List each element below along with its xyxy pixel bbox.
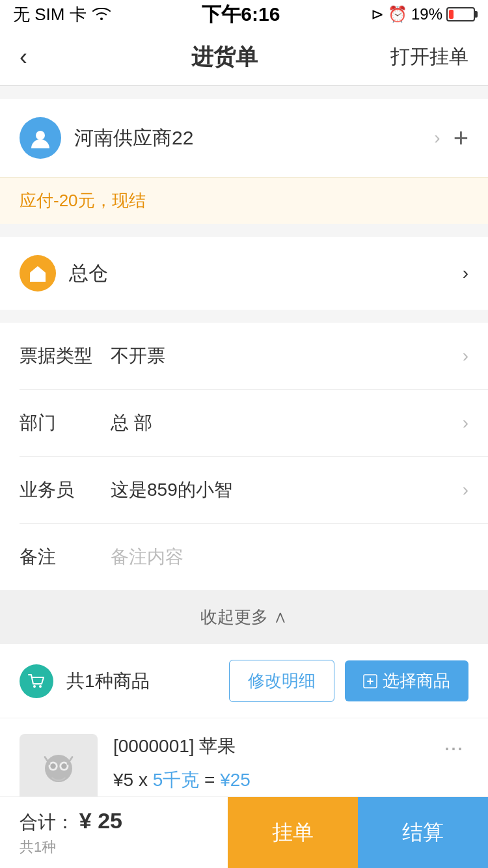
edit-detail-button[interactable]: 修改明细: [229, 660, 334, 702]
total-sub: 共1种: [20, 837, 208, 857]
product-price: ¥5 x 5千克 = ¥25: [113, 768, 439, 793]
remark-label: 备注: [20, 545, 111, 569]
status-time: 下午6:16: [202, 1, 280, 28]
select-product-button[interactable]: 选择商品: [345, 660, 468, 701]
invoice-row[interactable]: 票据类型 不开票 ›: [0, 323, 488, 389]
product-thumb-logo: [36, 750, 81, 796]
total-label: 合计：: [20, 812, 74, 832]
unit-price: ¥5 x: [113, 770, 153, 790]
svg-point-9: [61, 763, 66, 768]
warehouse-chevron-icon: ›: [463, 263, 468, 284]
battery-icon: [446, 7, 475, 21]
supplier-name: 河南供应商22: [74, 125, 434, 152]
warehouse-row[interactable]: 总仓 ›: [0, 237, 488, 310]
suspend-button[interactable]: 挂单: [228, 797, 358, 868]
invoice-value: 不开票: [111, 344, 463, 368]
dept-label: 部门: [20, 411, 111, 435]
dept-value: 总 部: [111, 411, 463, 435]
product-title: 苹果: [199, 736, 236, 756]
location-icon: ⊳: [371, 5, 384, 23]
status-bar: 无 SIM 卡 下午6:16 ⊳ ⏰ 19%: [0, 0, 488, 29]
back-button[interactable]: ‹: [20, 44, 59, 71]
battery-percent: 19%: [411, 5, 442, 23]
notice-bar: 应付-20元，现结: [0, 177, 488, 224]
invoice-label: 票据类型: [20, 344, 111, 368]
collapse-text: 收起更多 ∧: [200, 607, 287, 627]
svg-point-5: [45, 755, 72, 782]
select-product-label: 选择商品: [383, 670, 450, 692]
bottom-bar: 合计： ¥ 25 共1种 挂单 结算: [0, 796, 488, 868]
product-header: 共1种商品 修改明细 选择商品: [0, 644, 488, 718]
svg-point-8: [50, 763, 55, 768]
add-supplier-button[interactable]: +: [454, 125, 468, 151]
warehouse-section: 总仓 ›: [0, 237, 488, 310]
svg-point-2: [33, 685, 36, 688]
select-product-icon: [363, 674, 377, 688]
product-info: [0000001] 苹果 ¥5 x 5千克 = ¥25: [113, 734, 439, 793]
remark-row[interactable]: 备注 备注内容: [0, 524, 488, 590]
supplier-chevron-icon: ›: [434, 128, 440, 148]
open-suspend-button[interactable]: 打开挂单: [390, 44, 468, 70]
salesperson-row[interactable]: 业务员 这是859的小智 ›: [0, 457, 488, 523]
total-row: 合计： ¥ 25: [20, 808, 208, 835]
nav-bar: ‹ 进货单 打开挂单: [0, 29, 488, 86]
dept-row[interactable]: 部门 总 部 ›: [0, 390, 488, 456]
line-total: ¥25: [220, 770, 251, 790]
cart-icon: [27, 672, 46, 690]
product-code: [0000001]: [113, 736, 199, 756]
svg-point-0: [36, 131, 45, 140]
collapse-bar[interactable]: 收起更多 ∧: [0, 590, 488, 644]
status-right: ⊳ ⏰ 19%: [371, 5, 475, 23]
quantity: 5千克: [153, 770, 200, 790]
settle-button[interactable]: 结算: [358, 797, 488, 868]
supplier-avatar: [20, 117, 61, 159]
salesperson-value: 这是859的小智: [111, 478, 463, 502]
warehouse-icon: [20, 255, 56, 292]
salesperson-chevron-icon: ›: [463, 480, 468, 500]
product-count-icon: [20, 664, 53, 698]
form-section: 票据类型 不开票 › 部门 总 部 › 业务员 这是859的小智 › 备注 备注…: [0, 323, 488, 590]
invoice-chevron-icon: ›: [463, 346, 468, 366]
product-more-button[interactable]: ···: [439, 734, 468, 761]
dept-chevron-icon: ›: [463, 413, 468, 433]
home-icon: [28, 264, 47, 283]
total-amount: ¥ 25: [79, 808, 122, 833]
product-count-text: 共1种商品: [66, 669, 229, 694]
supplier-row[interactable]: 河南供应商22 › +: [0, 99, 488, 177]
person-icon: [29, 126, 52, 150]
equals-sign: =: [204, 770, 220, 790]
svg-point-3: [39, 685, 42, 688]
page-title: 进货单: [191, 42, 258, 72]
salesperson-label: 业务员: [20, 478, 111, 502]
content: 河南供应商22 › + 应付-20元，现结 总仓 › 票据类型 不开票 › 部: [0, 99, 488, 868]
remark-value: 备注内容: [111, 545, 468, 569]
supplier-section: 河南供应商22 › + 应付-20元，现结: [0, 99, 488, 224]
wifi-icon: [92, 5, 111, 25]
status-left: 无 SIM 卡: [13, 3, 111, 26]
svg-rect-1: [34, 275, 41, 282]
product-name: [0000001] 苹果: [113, 734, 439, 759]
alarm-icon: ⏰: [388, 5, 407, 23]
warehouse-name: 总仓: [69, 260, 463, 287]
total-section: 合计： ¥ 25 共1种: [0, 797, 228, 868]
sim-status: 无 SIM 卡: [13, 3, 87, 26]
